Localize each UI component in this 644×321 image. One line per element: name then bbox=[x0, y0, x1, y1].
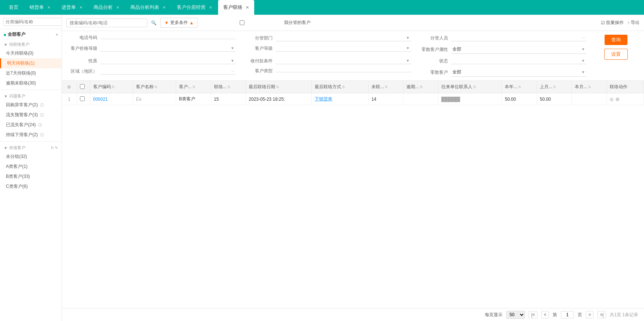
nav-item-customer-layer[interactable]: 客户分层经营 ✕ bbox=[172, 0, 217, 15]
row-name[interactable]: Ea bbox=[133, 93, 176, 105]
th-type[interactable]: 客户... ⇅ bbox=[176, 81, 211, 93]
th-settings[interactable]: ⚙ bbox=[62, 81, 77, 93]
filter-price-level-select[interactable]: ▼ bbox=[100, 45, 236, 52]
row-not-contacted: 14 bbox=[368, 93, 403, 105]
my-customers-filter: 我分管的客户 bbox=[202, 20, 311, 26]
filter-payment-select[interactable]: ▼ bbox=[276, 58, 411, 64]
page-input[interactable] bbox=[561, 311, 574, 318]
sidebar-item-today[interactable]: 今天待联络(0) bbox=[0, 48, 62, 58]
sidebar-group-problem[interactable]: ▼ 问题客户 bbox=[0, 92, 62, 100]
filter-row-status: 状态 ▼ bbox=[419, 58, 587, 64]
th-last-month[interactable]: 上月... ⇅ bbox=[537, 81, 572, 93]
filter-row-retail-attr: 零散客户属性 全部 ▼ bbox=[419, 45, 587, 54]
th-name[interactable]: 客户名称 ⇅ bbox=[133, 81, 176, 93]
nav-item-analysis-list[interactable]: 商品分析列表 ✕ bbox=[125, 0, 171, 15]
sidebar-search-input[interactable] bbox=[3, 18, 62, 26]
collapse-icon[interactable]: « bbox=[56, 32, 58, 37]
filter-manager-input[interactable]: ··· bbox=[451, 35, 587, 41]
nav-close-sales[interactable]: ✕ bbox=[47, 5, 50, 10]
filter-dept-select[interactable]: ▼ bbox=[276, 35, 411, 41]
nav-item-analysis[interactable]: 商品分析 ✕ bbox=[88, 0, 125, 15]
th-last-method[interactable]: 最后联络方式 ⇅ bbox=[312, 81, 368, 93]
nav-item-customer-contact[interactable]: 客户联络 ✕ bbox=[218, 0, 254, 15]
filter-row-nature: 性质 ▼ bbox=[68, 58, 236, 64]
filter-status-select[interactable]: ▼ bbox=[451, 58, 587, 64]
sidebar-item-class-c[interactable]: C类客户(6) bbox=[0, 182, 62, 191]
sidebar-item-overdue[interactable]: 逾期未联络(30) bbox=[0, 78, 62, 88]
row-last-date: 2023-05-23 18:25: bbox=[246, 93, 312, 105]
filter-row-customer-level: 客户等级 ▼ bbox=[243, 45, 411, 52]
query-btn[interactable]: 查询 bbox=[605, 35, 627, 45]
filter-customer-level-select[interactable]: ▼ bbox=[276, 45, 411, 52]
sidebar-group-pending[interactable]: ▼ 待联络客户 bbox=[0, 40, 62, 48]
filter-region-input[interactable]: ··· bbox=[100, 68, 236, 75]
sidebar-item-7days[interactable]: 近7天待联络(0) bbox=[0, 68, 62, 78]
filter-icon: ▼ bbox=[164, 20, 169, 25]
nav-home[interactable]: 首页 bbox=[4, 0, 24, 15]
sidebar-item-tomorrow[interactable]: 明天待联络(1) bbox=[0, 58, 62, 68]
customers-table: ⚙ 客户编码 ⇅ 客户名称 bbox=[62, 81, 644, 105]
filter-nature-select[interactable]: ▼ bbox=[100, 58, 236, 64]
nav-close-customer-contact[interactable]: ✕ bbox=[246, 5, 249, 10]
sidebar-item-class-a[interactable]: A类客户(1) bbox=[0, 162, 62, 172]
sidebar-item-repurchase-abnormal[interactable]: 回购异常客户(2) ⓘ bbox=[0, 100, 62, 110]
row-select-checkbox[interactable] bbox=[80, 96, 85, 101]
filter-row-payment: 收付款条件 ▼ bbox=[243, 58, 411, 64]
last-page-btn[interactable]: >| bbox=[597, 311, 606, 318]
th-overdue[interactable]: 逾期... ⇅ bbox=[403, 81, 438, 93]
th-this-year[interactable]: 本年... ⇅ bbox=[502, 81, 537, 93]
page-size-select[interactable]: 50 100 bbox=[506, 311, 525, 319]
sidebar-item-churn-warning[interactable]: 流失预警客户(3) ⓘ bbox=[0, 110, 62, 120]
bulk-action-btn[interactable]: ☑ 批量操作 bbox=[601, 20, 624, 26]
filter-row-dept: 分管部门 ▼ bbox=[243, 35, 411, 41]
nav-item-purchase[interactable]: 进货单 ✕ bbox=[56, 0, 88, 15]
th-contact[interactable]: 联络... ⇅ bbox=[211, 81, 246, 93]
sidebar-all-customers[interactable]: ■ 全部客户 « bbox=[0, 29, 62, 40]
row-checkbox[interactable] bbox=[77, 93, 90, 105]
sidebar-item-churned[interactable]: 已流失客户(24) ⓘ bbox=[0, 120, 62, 130]
th-last-date[interactable]: 最后联络日期 ⇅ bbox=[246, 81, 312, 93]
filter-row-manager: 分管人员 ··· bbox=[419, 35, 587, 41]
filter-row-region: 区域（地区） ··· bbox=[68, 68, 236, 75]
more-conditions-btn[interactable]: ▼ 更多条件 ▲ bbox=[160, 18, 198, 28]
th-contacts[interactable]: 往来单位联系人 ⇅ bbox=[438, 81, 502, 93]
row-type: B类客户 bbox=[176, 93, 211, 105]
set-btn[interactable]: 设置 bbox=[604, 49, 628, 60]
first-page-btn[interactable]: |< bbox=[529, 311, 538, 318]
sidebar-group-value[interactable]: ▼ 价值客户 ↻ ✎ bbox=[0, 143, 62, 152]
filter-phone-input[interactable] bbox=[100, 37, 236, 39]
nav-close-analysis-list[interactable]: ✕ bbox=[162, 5, 166, 10]
th-this-month[interactable]: 本月... ⇅ bbox=[572, 81, 607, 93]
value-group-edit[interactable]: ↻ ✎ bbox=[51, 146, 58, 150]
nav-close-purchase[interactable]: ✕ bbox=[79, 5, 83, 10]
row-this-month bbox=[572, 93, 607, 105]
filter-retail-customer-select[interactable]: 全部 ▼ bbox=[451, 68, 587, 77]
row-action-phone-icon[interactable]: ◎ bbox=[610, 97, 613, 102]
th-not-contacted[interactable]: 未联... ⇅ bbox=[368, 81, 403, 93]
select-all-checkbox[interactable] bbox=[80, 84, 85, 89]
export-btn[interactable]: ↑ 导出 bbox=[627, 20, 640, 26]
prev-page-btn[interactable]: < bbox=[541, 311, 549, 318]
row-last-method[interactable]: 下销货单 bbox=[312, 93, 368, 105]
search-input[interactable] bbox=[66, 18, 147, 27]
filter-row-phone: 电话号码 bbox=[68, 35, 236, 41]
nav-close-analysis[interactable]: ✕ bbox=[116, 5, 119, 10]
th-code[interactable]: 客户编码 ⇅ bbox=[90, 81, 133, 93]
nav-close-customer-layer[interactable]: ✕ bbox=[209, 5, 212, 10]
filter-customer-type-select[interactable] bbox=[276, 70, 411, 72]
main-layout: 🔍 ■ 全部客户 « ▼ 待联络客户 今天待联络(0) 明天待联络(1) 近7天… bbox=[0, 15, 644, 321]
filter-retail-attr-select[interactable]: 全部 ▼ bbox=[451, 45, 587, 54]
my-customers-checkbox[interactable] bbox=[202, 20, 283, 25]
row-code[interactable]: 000021 bbox=[90, 93, 133, 105]
row-contacts: ██████ bbox=[438, 93, 502, 105]
sidebar-item-class-b[interactable]: B类客户(33) bbox=[0, 172, 62, 182]
next-page-btn[interactable]: > bbox=[586, 311, 594, 318]
row-action-add-icon[interactable]: ⊞ bbox=[616, 97, 619, 102]
sidebar-item-declining[interactable]: 持续下滑客户(2) ⓘ bbox=[0, 130, 62, 140]
filter-search-icon[interactable]: 🔍 bbox=[151, 20, 157, 25]
right-actions: ☑ 批量操作 ↑ 导出 bbox=[601, 20, 640, 26]
nav-item-sales[interactable]: 销货单 ✕ bbox=[24, 0, 56, 15]
th-checkbox[interactable] bbox=[77, 81, 90, 93]
table-container: ⚙ 客户编码 ⇅ 客户名称 bbox=[62, 81, 644, 308]
sidebar-item-unclassified[interactable]: 未分组(32) bbox=[0, 152, 62, 162]
